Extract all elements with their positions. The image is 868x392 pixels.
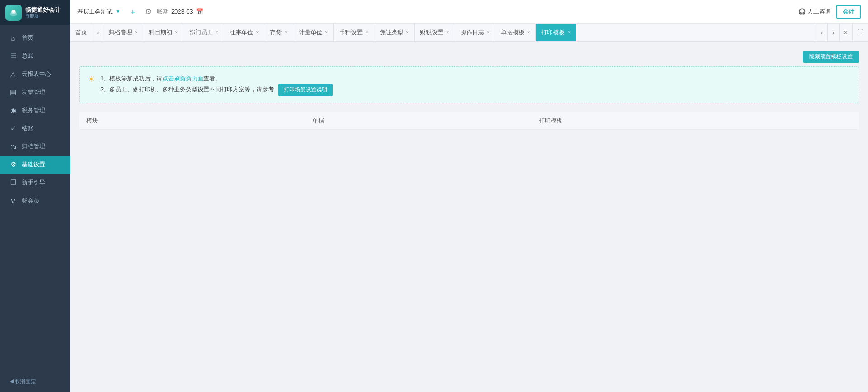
topbar-settings-icon[interactable]: ⚙	[145, 7, 151, 16]
sidebar-label-ledger: 总账	[22, 52, 33, 60]
company-selector[interactable]: 基层工会测试 ▼	[77, 8, 121, 16]
notice-bulb-icon: ☀	[88, 74, 95, 84]
period-label: 账期	[157, 8, 169, 16]
notice-box: ☀ 1、模板添加成功后，请点击刷新新页面查看。 2、多员工、多打印机、多种业务类…	[79, 66, 859, 103]
settings-icon: ⚙	[9, 161, 17, 169]
tab-next-btn[interactable]: ›	[827, 24, 839, 41]
tab-close-all-btn[interactable]: ×	[839, 24, 852, 41]
service-label: 人工咨询	[807, 8, 831, 16]
notice-line-1: 1、模板添加成功后，请点击刷新新页面查看。	[100, 73, 850, 84]
sidebar-item-tax[interactable]: ◉ 税务管理	[0, 101, 70, 119]
tab-home[interactable]: 首页	[70, 24, 93, 41]
company-name: 基层工会测试	[77, 8, 113, 16]
tab-close-unit[interactable]: ×	[256, 30, 259, 35]
sidebar-item-checkout[interactable]: ✓ 结账	[0, 119, 70, 137]
tab-close-currency[interactable]: ×	[365, 30, 368, 35]
tab-label-inventory: 存货	[270, 28, 282, 37]
service-button[interactable]: 🎧 人工咨询	[798, 8, 831, 16]
tab-print-template[interactable]: 打印模板 ×	[536, 24, 576, 41]
sidebar-label-archive: 归档管理	[22, 142, 45, 151]
tab-label-print-template: 打印模板	[541, 28, 565, 37]
ledger-icon: ☰	[9, 52, 17, 60]
period-value: 2023-03	[171, 8, 193, 15]
notice-text-2: 2、多员工、多打印机、多种业务类型设置不同打印方案等，请参考	[100, 86, 274, 93]
kuaiji-label: 会计	[843, 8, 854, 15]
headset-icon: 🎧	[798, 8, 806, 15]
content-area: 隐藏预置模板设置 ☀ 1、模板添加成功后，请点击刷新新页面查看。 2、多员工、多…	[70, 42, 868, 392]
table-header-module: 模块	[79, 112, 305, 130]
tab-label-unit: 往来单位	[230, 28, 253, 37]
tab-voucher-type[interactable]: 凭证类型 ×	[374, 24, 415, 41]
sidebar-item-ledger[interactable]: ☰ 总账	[0, 47, 70, 65]
tab-dept[interactable]: 部门员工 ×	[184, 24, 224, 41]
tab-close-inventory[interactable]: ×	[284, 30, 287, 35]
tab-subject[interactable]: 科目期初 ×	[143, 24, 184, 41]
tab-close-measure[interactable]: ×	[325, 30, 328, 35]
notice-text-1: 1、模板添加成功后，请	[100, 75, 162, 82]
sidebar-label-home: 首页	[22, 34, 33, 42]
topbar: 基层工会测试 ▼ ＋ ⚙ 账期 2023-03 📅 🎧 人工咨询 会计	[70, 0, 868, 24]
sidebar-item-settings[interactable]: ⚙ 基础设置	[0, 156, 70, 174]
tab-close-tax-settings[interactable]: ×	[446, 30, 449, 35]
tab-nav-back[interactable]: ‹	[93, 24, 103, 41]
hide-template-button[interactable]: 隐藏预置模板设置	[803, 51, 859, 63]
sidebar-logo: 畅捷通好会计 旗舰版	[0, 0, 70, 25]
app-subtitle: 旗舰版	[25, 14, 61, 19]
calendar-icon[interactable]: 📅	[196, 8, 203, 15]
svg-point-2	[12, 10, 15, 13]
unpin-button[interactable]: ◀取消固定	[0, 372, 70, 392]
tab-archive[interactable]: 归档管理 ×	[103, 24, 143, 41]
tab-label-tax-settings: 财税设置	[420, 28, 443, 37]
sidebar-label-tax: 税务管理	[22, 106, 45, 114]
sidebar-item-member[interactable]: V 畅会员	[0, 192, 70, 210]
tab-tax-settings[interactable]: 财税设置 ×	[415, 24, 455, 41]
tax-icon: ◉	[9, 106, 17, 114]
tab-close-receipt-template[interactable]: ×	[527, 30, 530, 35]
tab-close-print-template[interactable]: ×	[567, 30, 570, 35]
tab-close-oplog[interactable]: ×	[487, 30, 490, 35]
print-scene-button[interactable]: 打印场景设置说明	[278, 84, 333, 96]
sidebar-label-guide: 新手引导	[22, 179, 45, 187]
sidebar-item-invoice[interactable]: ▤ 发票管理	[0, 83, 70, 101]
tab-inventory[interactable]: 存货 ×	[264, 24, 293, 41]
tab-label-receipt-template: 单据模板	[501, 28, 524, 37]
guide-icon: ❐	[9, 179, 17, 187]
period-selector: 账期 2023-03 📅	[157, 8, 203, 16]
kuaiji-button[interactable]: 会计	[836, 5, 861, 19]
checkout-icon: ✓	[9, 124, 17, 132]
logo-text: 畅捷通好会计 旗舰版	[25, 6, 61, 19]
tab-close-voucher-type[interactable]: ×	[406, 30, 409, 35]
add-tab-button[interactable]: ＋	[126, 5, 140, 18]
sidebar: 畅捷通好会计 旗舰版 ⌂ 首页 ☰ 总账 △ 云报表中心 ▤ 发票管理 ◉ 税务…	[0, 0, 70, 392]
sidebar-label-settings: 基础设置	[22, 161, 45, 169]
unpin-label: ◀取消固定	[9, 378, 36, 386]
tab-fullscreen-btn[interactable]: ⛶	[852, 24, 868, 41]
notice-refresh-link[interactable]: 点击刷新新页面	[162, 75, 203, 82]
notice-line-2: 2、多员工、多打印机、多种业务类型设置不同打印方案等，请参考 打印场景设置说明	[100, 84, 850, 96]
sidebar-item-home[interactable]: ⌂ 首页	[0, 29, 70, 47]
tab-close-dept[interactable]: ×	[216, 30, 218, 35]
sidebar-item-archive[interactable]: 🗂 归档管理	[0, 137, 70, 156]
tab-label-subject: 科目期初	[149, 28, 172, 37]
tab-unit[interactable]: 往来单位 ×	[224, 24, 264, 41]
tab-close-archive[interactable]: ×	[135, 30, 137, 35]
tab-home-label: 首页	[75, 28, 87, 37]
tab-measure[interactable]: 计量单位 ×	[293, 24, 334, 41]
tab-receipt-template[interactable]: 单据模板 ×	[495, 24, 536, 41]
sidebar-item-reports[interactable]: △ 云报表中心	[0, 65, 70, 83]
notice-text-1-after: 查看。	[203, 75, 221, 82]
sidebar-item-guide[interactable]: ❐ 新手引导	[0, 174, 70, 192]
table-header-template: 打印模板	[532, 112, 859, 130]
sidebar-label-invoice: 发票管理	[22, 88, 45, 96]
member-icon: V	[9, 197, 17, 205]
sidebar-label-reports: 云报表中心	[22, 70, 51, 78]
tab-prev-btn[interactable]: ‹	[816, 24, 827, 41]
tab-label-dept: 部门员工	[189, 28, 213, 37]
tabbar: 首页 ‹ 归档管理 × 科目期初 × 部门员工 × 往来单位 × 存货 × 计量…	[70, 24, 868, 42]
tab-close-subject[interactable]: ×	[175, 30, 178, 35]
tab-label-measure: 计量单位	[299, 28, 322, 37]
hide-template-section: 隐藏预置模板设置	[79, 51, 859, 63]
tab-oplog[interactable]: 操作日志 ×	[455, 24, 495, 41]
tab-currency[interactable]: 币种设置 ×	[334, 24, 374, 41]
app-title: 畅捷通好会计	[25, 6, 61, 14]
